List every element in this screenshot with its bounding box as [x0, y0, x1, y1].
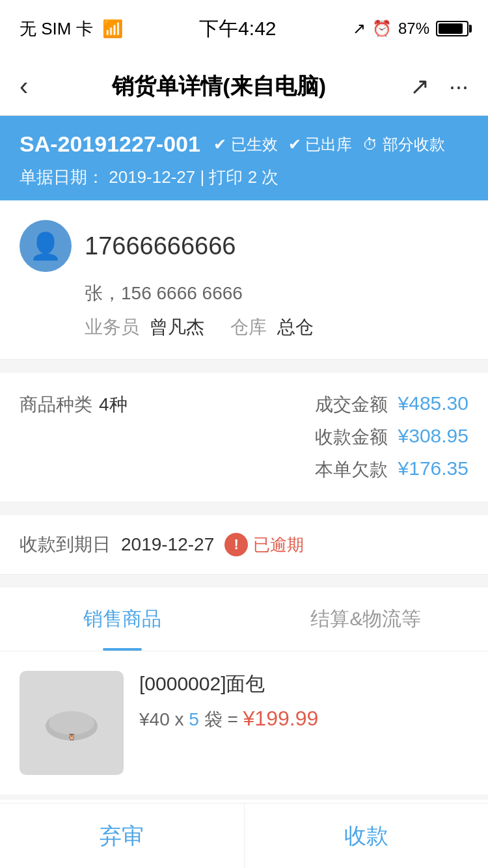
back-button[interactable]: ‹ [20, 72, 28, 101]
svg-point-1 [49, 711, 94, 735]
summary-row: 商品种类 4种 成交金额 ¥485.30 收款金额 ¥308.95 本单欠款 ¥… [20, 392, 468, 482]
summary-received: 收款金额 ¥308.95 [315, 425, 468, 450]
type-value: 4种 [99, 392, 128, 417]
sales-label: 业务员 曾凡杰 [85, 315, 204, 340]
page-title: 销货单详情(来自电脑) [112, 72, 326, 102]
sales-value: 曾凡杰 [150, 317, 204, 337]
header-top: SA-20191227-001 ✔ 已生效 ✔ 已出库 ⏱ 部分收款 [20, 131, 468, 157]
avatar: 👤 [20, 220, 72, 272]
overdue-badge: ! 已逾期 [224, 533, 304, 556]
header-banner: SA-20191227-001 ✔ 已生效 ✔ 已出库 ⏱ 部分收款 单据日期：… [0, 116, 488, 200]
summary-section: 商品种类 4种 成交金额 ¥485.30 收款金额 ¥308.95 本单欠款 ¥… [0, 373, 488, 502]
battery-bar [436, 21, 468, 36]
order-id: SA-20191227-001 [20, 131, 200, 157]
product-name-bread: [0000002]面包 [139, 671, 468, 698]
customer-name: 17666666666 [85, 232, 236, 260]
wifi-icon: 📶 [102, 19, 123, 39]
customer-info: 张，156 6666 6666 [20, 281, 468, 306]
nav-bar: ‹ 销货单详情(来自电脑) ↗ ··· [0, 57, 488, 116]
status-time: 下午4:42 [199, 16, 276, 42]
badges: ✔ 已生效 ✔ 已出库 ⏱ 部分收款 [213, 134, 445, 155]
summary-left: 商品种类 4种 [20, 392, 128, 417]
tab-settlement[interactable]: 结算&物流等 [244, 588, 488, 651]
confirm-button[interactable]: 收款 [245, 804, 489, 868]
print-info: | 打印 2 次 [200, 167, 278, 187]
svg-text:🦉: 🦉 [68, 733, 76, 741]
product-total-bread: ¥199.99 [243, 707, 319, 730]
bread-placeholder-icon: 🦉 [39, 697, 104, 749]
status-left: 无 SIM 卡 📶 [20, 18, 123, 40]
status-right: ↗ ⏰ 87% [353, 20, 468, 38]
due-date-label: 收款到期日 [20, 532, 111, 557]
due-date-value: 2019-12-27 [121, 534, 214, 555]
customer-meta: 业务员 曾凡杰 仓库 总仓 [20, 315, 468, 340]
date-value: 2019-12-27 [109, 167, 195, 187]
received-label: 收款金额 [315, 425, 388, 450]
overdue-icon: ! [224, 533, 248, 556]
product-details-bread: [0000002]面包 ¥40 x 5 袋 = ¥199.99 [139, 671, 468, 775]
share-icon[interactable]: ↗ [410, 73, 429, 100]
badge-partial: ⏱ 部分收款 [362, 134, 445, 155]
header-date: 单据日期： 2019-12-27 | 打印 2 次 [20, 166, 468, 189]
warehouse-label: 仓库 总仓 [230, 315, 314, 340]
carrier-text: 无 SIM 卡 [20, 18, 93, 40]
debt-value: ¥176.35 [398, 457, 468, 482]
nav-actions: ↗ ··· [410, 73, 468, 100]
more-icon[interactable]: ··· [449, 73, 468, 100]
product-thumbnail-bread: 🦉 [20, 671, 124, 775]
badge-shipped: ✔ 已出库 [288, 134, 353, 155]
warehouse-value: 总仓 [277, 317, 314, 337]
summary-amount: 成交金额 ¥485.30 [315, 392, 468, 417]
amount-value: ¥485.30 [398, 392, 468, 417]
product-price-bread: ¥40 x 5 袋 = ¥199.99 [139, 707, 468, 732]
customer-section: 👤 17666666666 张，156 6666 6666 业务员 曾凡杰 仓库… [0, 200, 488, 360]
bottom-bar: 弃审 收款 [0, 803, 488, 868]
battery-fill [439, 23, 463, 34]
product-qty-bread: 5 [189, 709, 199, 729]
received-value: ¥308.95 [398, 425, 468, 450]
summary-right: 成交金额 ¥485.30 收款金额 ¥308.95 本单欠款 ¥176.35 [315, 392, 468, 482]
amount-label: 成交金额 [315, 392, 388, 417]
tab-products[interactable]: 销售商品 [0, 588, 244, 651]
battery-text: 87% [398, 20, 429, 38]
debt-label: 本单欠款 [315, 457, 388, 482]
date-label: 单据日期： [20, 167, 104, 187]
product-item-bread: 🦉 [0000002]面包 ¥40 x 5 袋 = ¥199.99 [0, 651, 488, 800]
status-bar: 无 SIM 卡 📶 下午4:42 ↗ ⏰ 87% [0, 0, 488, 57]
badge-effective: ✔ 已生效 [213, 134, 278, 155]
avatar-icon: 👤 [29, 231, 62, 262]
tabs: 销售商品 结算&物流等 [0, 588, 488, 651]
summary-debt: 本单欠款 ¥176.35 [315, 457, 468, 482]
customer-top: 👤 17666666666 [20, 220, 468, 272]
due-date-section: 收款到期日 2019-12-27 ! 已逾期 [0, 515, 488, 575]
location-icon: ↗ [353, 20, 366, 38]
alarm-icon: ⏰ [372, 20, 392, 38]
type-label: 商品种类 [20, 392, 92, 417]
cancel-button[interactable]: 弃审 [0, 804, 245, 868]
overdue-text: 已逾期 [253, 534, 304, 556]
